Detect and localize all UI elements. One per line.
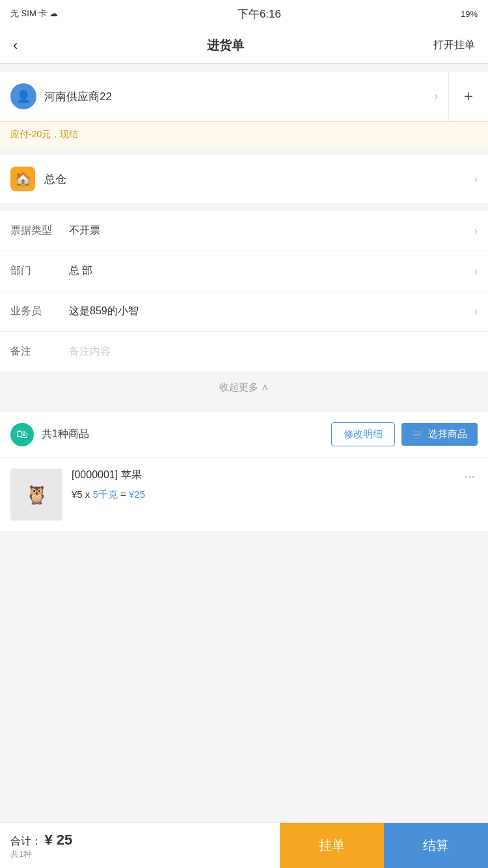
department-value: 总 部 [69,264,474,278]
product-code: [0000001] 苹果 [72,469,142,480]
ticket-type-value: 不开票 [69,224,474,237]
remark-label: 备注 [10,345,69,359]
product-more-button[interactable]: ··· [461,468,478,483]
supplier-avatar: 👤 [10,83,36,109]
back-button[interactable]: ‹ [13,37,18,54]
open-hang-button[interactable]: 打开挂单 [433,38,475,52]
product-unit-price: ¥5 x [72,489,93,500]
supplier-section: 👤 河南供应商22 › + [0,72,488,121]
notice-text: 应付-20元，现结 [10,129,78,139]
collapse-label: 收起更多 ∧ [219,381,269,394]
status-bar: 无 SIM 卡 ☁ 下午6:16 19% [0,0,488,27]
cart-icon: 🛍 [16,427,28,441]
status-time: 下午6:16 [237,7,281,21]
chevron-right-icon: › [435,90,438,102]
hang-button[interactable]: 挂单 [280,823,384,869]
collapse-bar[interactable]: 收起更多 ∧ [0,372,488,403]
remark-row[interactable]: 备注 备注内容 [0,332,488,372]
chevron-right-icon: › [474,306,478,318]
department-label: 部门 [10,264,69,278]
modify-detail-button[interactable]: 修改明细 [331,422,395,446]
product-info: [0000001] 苹果 ¥5 x 5千克 = ¥25 [72,468,461,501]
main-content: 👤 河南供应商22 › + 应付-20元，现结 🏠 总仓 › 票据类型 不开票 … [0,64,488,583]
product-thumbnail: 🦉 [10,468,62,521]
salesman-label: 业务员 [10,305,69,318]
total-section: 合计： ¥ 25 共1种 [0,832,280,860]
product-total: ¥25 [129,489,145,500]
total-label: 合计： [10,835,42,847]
total-amount: ¥ 25 [44,832,72,848]
products-header: 🛍 共1种商品 修改明细 🛒 选择商品 [0,412,488,457]
ticket-type-label: 票据类型 [10,224,69,237]
remark-input[interactable]: 备注内容 [69,345,478,359]
product-name: [0000001] 苹果 [72,468,461,482]
department-row[interactable]: 部门 总 部 › [0,251,488,292]
total-row: 合计： ¥ 25 [10,832,269,848]
gap-3 [0,203,488,211]
nav-bar: ‹ 进货单 打开挂单 [0,27,488,64]
warehouse-name: 总仓 [44,172,474,187]
status-network: 无 SIM 卡 ☁ [10,8,58,20]
products-icon: 🛍 [10,423,34,446]
warehouse-icon: 🏠 [10,167,35,191]
select-product-icon: 🛒 [412,429,424,441]
select-product-label: 选择商品 [428,428,467,441]
chevron-right-icon: › [474,173,478,185]
status-battery: 19% [461,9,478,19]
product-quantity: 5千克 [93,489,118,500]
gap-1 [0,64,488,72]
gap-4 [0,403,488,411]
supplier-selector[interactable]: 👤 河南供应商22 › [0,72,449,121]
ticket-type-row[interactable]: 票据类型 不开票 › [0,211,488,251]
chevron-right-icon: › [474,225,478,237]
chevron-right-icon: › [474,265,478,277]
product-price: ¥5 x 5千克 = ¥25 [72,489,461,501]
home-icon: 🏠 [15,171,31,187]
salesman-row[interactable]: 业务员 这是859的小智 › [0,292,488,332]
products-count: 共1种商品 [42,427,331,441]
select-product-button[interactable]: 🛒 选择商品 [401,423,478,446]
product-item: 🦉 [0000001] 苹果 ¥5 x 5千克 = ¥25 ··· [0,457,488,531]
total-sub-label: 共1种 [10,848,269,860]
product-image-placeholder: 🦉 [25,484,48,506]
supplier-name: 河南供应商22 [44,89,435,104]
add-supplier-button[interactable]: + [449,72,488,121]
bottom-bar: 合计： ¥ 25 共1种 挂单 结算 [0,822,488,868]
checkout-button[interactable]: 结算 [384,823,488,869]
avatar-icon: 👤 [16,89,31,103]
warehouse-selector[interactable]: 🏠 总仓 › [0,155,488,203]
gap-2 [0,147,488,155]
page-title: 进货单 [207,37,244,54]
salesman-value: 这是859的小智 [69,305,474,318]
notice-bar: 应付-20元，现结 [0,121,488,147]
product-equals: = [120,489,129,500]
